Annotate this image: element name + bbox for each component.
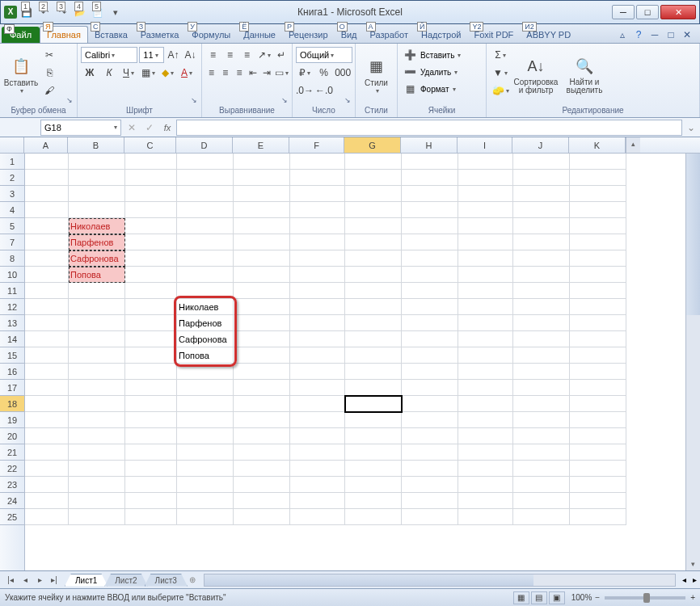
cell-C20[interactable] — [125, 428, 177, 444]
cell-A20[interactable] — [25, 428, 69, 444]
cell-D8[interactable] — [177, 250, 234, 267]
cell-G12[interactable] — [345, 299, 402, 315]
cell-F15[interactable] — [290, 347, 345, 364]
row-header-3[interactable]: 3 — [0, 186, 24, 202]
cell-D5[interactable] — [177, 218, 234, 234]
cell-E16[interactable] — [234, 364, 290, 380]
cell-C22[interactable] — [125, 461, 177, 477]
cell-D23[interactable] — [177, 477, 234, 493]
cell-I12[interactable] — [458, 299, 513, 315]
cell-J20[interactable] — [513, 428, 570, 444]
scroll-up-icon[interactable]: ▴ — [626, 137, 640, 150]
cell-A2[interactable] — [25, 170, 69, 186]
cell-B4[interactable] — [69, 202, 125, 218]
cell-J5[interactable] — [513, 218, 570, 234]
align-left-icon[interactable]: ≡ — [205, 65, 217, 81]
indent-inc-icon[interactable]: ⇥ — [261, 65, 273, 81]
cell-J19[interactable] — [513, 412, 570, 428]
zoom-out-icon[interactable]: − — [595, 593, 600, 602]
cell-K8[interactable] — [570, 250, 626, 267]
row-header-17[interactable]: 17 — [0, 380, 24, 396]
cell-G1[interactable] — [345, 154, 402, 170]
percent-icon[interactable]: % — [315, 65, 333, 81]
zoom-in-icon[interactable]: + — [690, 593, 695, 602]
tab-home[interactable]: ГлавнаяЯ — [40, 26, 88, 43]
view-layout-icon[interactable]: ▤ — [531, 591, 547, 604]
cell-A19[interactable] — [25, 412, 69, 428]
cell-F4[interactable] — [290, 202, 345, 218]
row-header-5[interactable]: 5 — [0, 218, 24, 234]
cell-D18[interactable] — [177, 396, 234, 412]
tab-view[interactable]: ВидО — [335, 27, 364, 43]
cell-G11[interactable] — [345, 283, 402, 299]
row-header-8[interactable]: 8 — [0, 250, 24, 267]
cell-I21[interactable] — [458, 444, 513, 461]
cell-K24[interactable] — [570, 493, 626, 509]
source-cell-2[interactable]: Сафронова — [69, 250, 125, 267]
cell-A24[interactable] — [25, 493, 69, 509]
cell-E10[interactable] — [234, 267, 290, 283]
cell-H21[interactable] — [402, 444, 458, 461]
paste-button[interactable]: 📋 Вставить ▾ — [3, 45, 39, 105]
cell-G17[interactable] — [345, 380, 402, 396]
cell-F25[interactable] — [290, 509, 345, 525]
font-color-button[interactable]: A▾ — [178, 65, 196, 81]
cell-K17[interactable] — [570, 380, 626, 396]
cell-D7[interactable] — [177, 234, 234, 250]
styles-button[interactable]: ▦ Стили ▾ — [359, 45, 394, 105]
qat-undo[interactable]: ↶2 — [36, 4, 53, 20]
cell-J18[interactable] — [513, 396, 570, 412]
cell-C23[interactable] — [125, 477, 177, 493]
cell-K20[interactable] — [570, 428, 626, 444]
cell-C21[interactable] — [125, 444, 177, 461]
cell-C17[interactable] — [125, 380, 177, 396]
alignment-launcher-icon[interactable]: ↘ — [279, 95, 290, 106]
tab-file[interactable]: ФайлФ — [2, 27, 40, 43]
qat-redo[interactable]: ↷3 — [54, 4, 70, 20]
cell-E23[interactable] — [234, 477, 290, 493]
cell-G5[interactable] — [345, 218, 402, 234]
cell-J16[interactable] — [513, 364, 570, 380]
cell-H1[interactable] — [402, 154, 458, 170]
zoom-level[interactable]: 100% — [571, 593, 592, 602]
cell-B3[interactable] — [69, 186, 125, 202]
cell-K5[interactable] — [570, 218, 626, 234]
col-header-G[interactable]: G — [344, 137, 401, 153]
cell-E2[interactable] — [234, 170, 290, 186]
merge-icon[interactable]: ▭▾ — [275, 65, 289, 81]
cell-F22[interactable] — [290, 461, 345, 477]
cell-G24[interactable] — [345, 493, 402, 509]
zoom-slider[interactable] — [605, 596, 685, 600]
col-header-J[interactable]: J — [512, 137, 569, 153]
cell-E17[interactable] — [234, 380, 290, 396]
cell-E1[interactable] — [234, 154, 290, 170]
cell-H25[interactable] — [402, 509, 458, 525]
cell-C16[interactable] — [125, 364, 177, 380]
qat-open[interactable]: 📂4 — [72, 4, 88, 20]
cell-F19[interactable] — [290, 412, 345, 428]
cell-H14[interactable] — [402, 331, 458, 347]
align-bottom-icon[interactable]: ≡ — [239, 47, 255, 63]
cell-K14[interactable] — [570, 331, 626, 347]
cell-I7[interactable] — [458, 234, 513, 250]
cell-G13[interactable] — [345, 315, 402, 331]
row-header-1[interactable]: 1 — [0, 154, 24, 170]
cell-K22[interactable] — [570, 461, 626, 477]
cell-A13[interactable] — [25, 315, 69, 331]
cell-G22[interactable] — [345, 461, 402, 477]
tab-formulas[interactable]: ФормулыУ — [185, 27, 237, 43]
cell-J17[interactable] — [513, 380, 570, 396]
row-header-7[interactable]: 7 — [0, 234, 24, 250]
cell-A8[interactable] — [25, 250, 69, 267]
cell-F14[interactable] — [290, 331, 345, 347]
cell-A3[interactable] — [25, 186, 69, 202]
cell-C25[interactable] — [125, 509, 177, 525]
cell-E12[interactable] — [234, 299, 290, 315]
cell-F3[interactable] — [290, 186, 345, 202]
cell-B15[interactable] — [69, 347, 125, 364]
cell-C5[interactable] — [125, 218, 177, 234]
fill-color-button[interactable]: ◆▾ — [158, 65, 176, 81]
cell-I15[interactable] — [458, 347, 513, 364]
cell-B18[interactable] — [69, 396, 125, 412]
tab-data[interactable]: ДанныеЁ — [237, 27, 282, 43]
